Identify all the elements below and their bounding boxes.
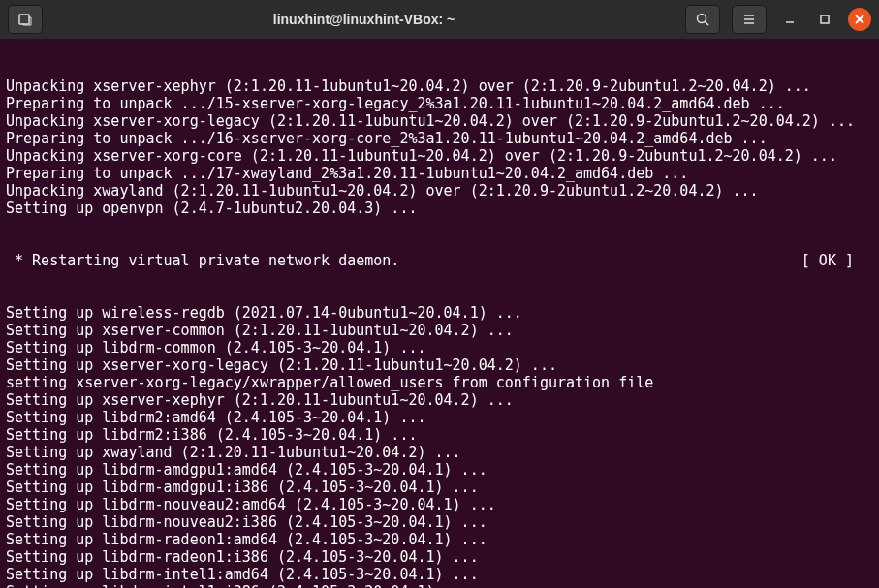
minimize-icon xyxy=(782,12,798,27)
terminal-line: Setting up libdrm-intel1:amd64 (2.4.105-… xyxy=(6,566,873,583)
maximize-button[interactable] xyxy=(813,8,836,31)
terminal-output[interactable]: Unpacking xserver-xephyr (2:1.20.11-1ubu… xyxy=(0,39,879,588)
terminal-line: Preparing to unpack .../15-xserver-xorg-… xyxy=(6,95,873,112)
terminal-line: Setting up xserver-xorg-legacy (2:1.20.1… xyxy=(6,356,873,374)
terminal-line: Setting up libdrm-common (2.4.105-3~20.0… xyxy=(6,339,873,356)
terminal-line: Setting up libdrm-amdgpu1:amd64 (2.4.105… xyxy=(6,461,873,479)
terminal-line: setting xserver-xorg-legacy/xwrapper/all… xyxy=(6,374,873,391)
terminal-line: Setting up libdrm-amdgpu1:i386 (2.4.105-… xyxy=(6,479,873,496)
terminal-line: Setting up libdrm-nouveau2:amd64 (2.4.10… xyxy=(6,496,873,513)
maximize-icon xyxy=(817,12,832,27)
search-button[interactable] xyxy=(685,5,720,34)
minimize-button[interactable] xyxy=(778,8,801,31)
terminal-line: Setting up libdrm-radeon1:amd64 (2.4.105… xyxy=(6,531,873,548)
hamburger-icon xyxy=(741,12,757,27)
svg-rect-0 xyxy=(19,15,29,24)
terminal-line: Setting up xserver-xephyr (2:1.20.11-1ub… xyxy=(6,391,873,409)
terminal-line: Setting up xwayland (2:1.20.11-1ubuntu1~… xyxy=(6,444,873,461)
menu-button[interactable] xyxy=(732,5,767,34)
terminal-line: Setting up wireless-regdb (2021.07.14-0u… xyxy=(6,304,873,322)
svg-point-1 xyxy=(698,15,706,23)
terminal-line: Unpacking xserver-xephyr (2:1.20.11-1ubu… xyxy=(6,77,873,95)
new-tab-button[interactable] xyxy=(8,5,43,34)
terminal-line: Preparing to unpack .../16-xserver-xorg-… xyxy=(6,130,873,147)
terminal-line: Setting up xserver-common (2:1.20.11-1ub… xyxy=(6,322,873,339)
titlebar-left xyxy=(8,5,43,34)
terminal-line: Setting up libdrm2:i386 (2.4.105-3~20.04… xyxy=(6,426,873,444)
search-icon xyxy=(695,12,710,27)
terminal-line: Unpacking xwayland (2:1.20.11-1ubuntu1~2… xyxy=(6,182,873,200)
terminal-line: Setting up libdrm-nouveau2:i386 (2.4.105… xyxy=(6,513,873,531)
svg-rect-7 xyxy=(821,15,829,23)
terminal-line: Setting up libdrm-radeon1:i386 (2.4.105-… xyxy=(6,548,873,566)
terminal-line: Unpacking xserver-xorg-core (2:1.20.11-1… xyxy=(6,147,873,165)
svg-line-2 xyxy=(706,22,709,26)
status-message: * Restarting virtual private network dae… xyxy=(6,252,801,269)
terminal-line: Setting up libdrm-intel1:i386 (2.4.105-3… xyxy=(6,583,873,588)
terminal-line: Setting up libdrm2:amd64 (2.4.105-3~20.0… xyxy=(6,409,873,426)
status-line: * Restarting virtual private network dae… xyxy=(6,252,873,269)
close-button[interactable] xyxy=(848,8,871,31)
terminal-line: Setting up openvpn (2.4.7-1ubuntu2.20.04… xyxy=(6,200,873,217)
window-titlebar: linuxhint@linuxhint-VBox: ~ xyxy=(0,0,879,39)
new-tab-icon xyxy=(17,12,33,27)
status-ok: [ OK ] xyxy=(801,252,873,269)
titlebar-right xyxy=(685,5,871,34)
close-icon xyxy=(852,12,867,27)
terminal-line: Unpacking xserver-xorg-legacy (2:1.20.11… xyxy=(6,112,873,130)
window-title: linuxhint@linuxhint-VBox: ~ xyxy=(50,12,677,27)
terminal-line: Preparing to unpack .../17-xwayland_2%3a… xyxy=(6,165,873,182)
